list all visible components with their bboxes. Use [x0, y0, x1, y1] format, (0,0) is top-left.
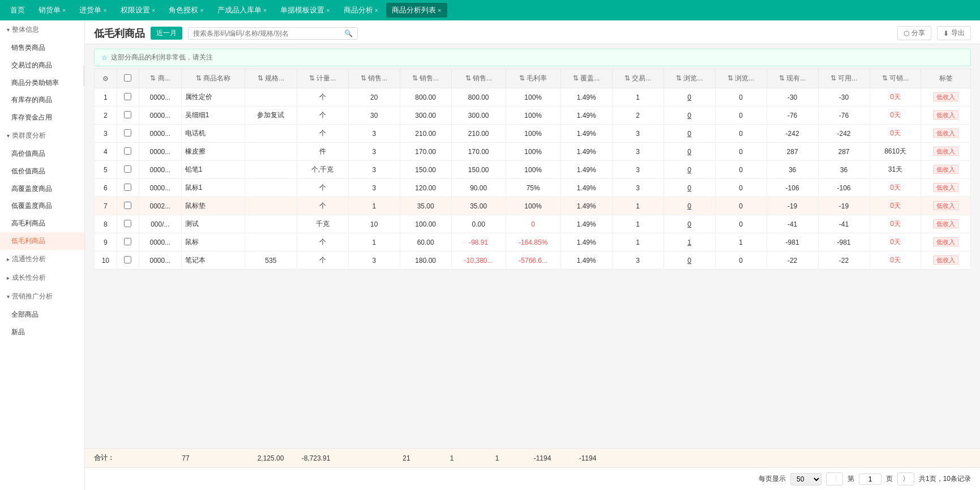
col-stock3[interactable]: ⇅ 可销...	[870, 69, 921, 88]
row-browse1[interactable]: 0	[664, 125, 715, 143]
row-browse1[interactable]: 0	[664, 88, 715, 106]
sidebar: ▾ 整体信息 销售类商品 交易过的商品 商品分类助销率 有库存的商品 库存资金占…	[0, 20, 85, 490]
row-browse1[interactable]: 0	[664, 161, 715, 179]
row-unit: 个	[297, 252, 348, 270]
sidebar-group-circulation[interactable]: ▸ 流通性分析	[0, 250, 84, 269]
row-browse1[interactable]: 0	[664, 215, 715, 233]
row-coverage: 1.49%	[560, 88, 612, 106]
col-sale1[interactable]: ⇅ 销售...	[348, 69, 400, 88]
sidebar-item-sales-goods[interactable]: 销售类商品	[0, 39, 84, 57]
sidebar-item-all-goods[interactable]: 全部商品	[0, 306, 84, 323]
sidebar-item-low-value[interactable]: 低价值商品	[0, 163, 84, 180]
row-checkbox[interactable]	[117, 88, 139, 106]
nav-purchase[interactable]: 进货单×	[74, 3, 112, 18]
sidebar-group-marketing[interactable]: ▾ 营销推广分析	[0, 287, 84, 306]
col-spec[interactable]: ⇅ 规格...	[245, 69, 297, 88]
row-tag: 低收入	[921, 143, 971, 161]
select-all-checkbox[interactable]	[124, 74, 131, 82]
row-browse1[interactable]: 0	[664, 197, 715, 215]
sidebar-item-category-rate[interactable]: 商品分类助销率	[0, 74, 84, 92]
col-tag[interactable]: 标签	[921, 69, 971, 88]
row-unit: 个	[297, 125, 348, 143]
sidebar-item-traded-goods[interactable]: 交易过的商品	[0, 57, 84, 74]
col-browse1[interactable]: ⇅ 浏览...	[664, 69, 715, 88]
row-sale3: 35.00	[451, 197, 506, 215]
share-button[interactable]: ⬡ 分享	[897, 26, 931, 40]
row-checkbox[interactable]	[117, 106, 139, 125]
col-stock2[interactable]: ⇅ 可用...	[818, 69, 870, 88]
sidebar-group-cluster[interactable]: ▾ 类群度分析	[0, 126, 84, 145]
col-stock1[interactable]: ⇅ 现有...	[767, 69, 818, 88]
row-select-checkbox[interactable]	[124, 184, 131, 191]
row-select-checkbox[interactable]	[124, 93, 131, 100]
nav-template[interactable]: 单据模板设置×	[275, 3, 335, 18]
row-checkbox[interactable]	[117, 233, 139, 252]
search-input[interactable]	[193, 29, 344, 37]
sidebar-item-high-margin[interactable]: 高毛利商品	[0, 215, 84, 232]
time-filter-button[interactable]: 近一月	[151, 27, 182, 40]
row-select-checkbox[interactable]	[124, 147, 131, 155]
row-select-checkbox[interactable]	[124, 256, 131, 263]
sidebar-item-high-coverage[interactable]: 高覆盖度商品	[0, 180, 84, 198]
sidebar-group-growth[interactable]: ▸ 成长性分析	[0, 269, 84, 287]
row-unit: 千克	[297, 215, 348, 233]
row-checkbox[interactable]	[117, 143, 139, 161]
row-checkbox[interactable]	[117, 252, 139, 270]
footer-sale3: -8,723.91	[293, 454, 339, 462]
row-select-checkbox[interactable]	[124, 165, 131, 173]
row-checkbox[interactable]	[117, 197, 139, 215]
col-sale2[interactable]: ⇅ 销售...	[400, 69, 451, 88]
page-number-input[interactable]	[859, 474, 881, 485]
col-sort-icon-11: ⇅	[676, 74, 682, 82]
col-settings[interactable]: ⚙	[95, 69, 117, 88]
settings-icon[interactable]: ⚙	[102, 75, 109, 83]
sidebar-item-new-goods[interactable]: 新品	[0, 323, 84, 341]
row-checkbox[interactable]	[117, 161, 139, 179]
col-coverage[interactable]: ⇅ 覆盖...	[560, 69, 612, 88]
nav-role[interactable]: 角色授权×	[163, 3, 209, 18]
sidebar-item-stock-capital[interactable]: 库存资金占用	[0, 109, 84, 126]
nav-sales[interactable]: 销货单×	[33, 3, 71, 18]
next-page-button[interactable]: 〉	[897, 472, 914, 485]
sidebar-item-in-stock[interactable]: 有库存的商品	[0, 91, 84, 109]
row-checkbox[interactable]	[117, 215, 139, 233]
col-trade[interactable]: ⇅ 交易...	[612, 69, 664, 88]
row-name: 笔记本	[181, 252, 245, 270]
row-browse1[interactable]: 0	[664, 252, 715, 270]
sidebar-group-overall[interactable]: ▾ 整体信息	[0, 20, 84, 39]
row-browse1[interactable]: 0	[664, 143, 715, 161]
export-button[interactable]: ⬇ 导出	[937, 26, 971, 40]
row-select-checkbox[interactable]	[124, 202, 131, 209]
row-checkbox[interactable]	[117, 125, 139, 143]
row-checkbox[interactable]	[117, 179, 139, 197]
col-checkbox[interactable]	[117, 69, 139, 88]
nav-product-entry[interactable]: 产成品入库单×	[212, 3, 272, 18]
col-gross[interactable]: ⇅ 毛利率	[506, 69, 560, 88]
col-unit[interactable]: ⇅ 计量...	[297, 69, 348, 88]
row-select-checkbox[interactable]	[124, 220, 131, 227]
row-browse1[interactable]: 0	[664, 179, 715, 197]
col-name[interactable]: ⇅ 商品名称	[181, 69, 245, 88]
col-browse2[interactable]: ⇅ 浏览...	[715, 69, 767, 88]
row-browse1[interactable]: 1	[664, 233, 715, 252]
prev-page-button[interactable]: 〈	[826, 472, 843, 485]
nav-product-analysis[interactable]: 商品分析×	[338, 3, 384, 18]
sidebar-item-high-value[interactable]: 高价值商品	[0, 145, 84, 163]
row-no: 7	[95, 197, 117, 215]
page-size-select[interactable]: 50 20 100	[790, 473, 821, 485]
col-code[interactable]: ⇅ 商...	[139, 69, 181, 88]
row-select-checkbox[interactable]	[124, 111, 131, 118]
nav-permission[interactable]: 权限设置×	[115, 3, 161, 18]
nav-product-analysis-list[interactable]: 商品分析列表×	[386, 3, 447, 18]
col-sale3[interactable]: ⇅ 销售...	[451, 69, 506, 88]
sidebar-item-low-margin[interactable]: 低毛利商品	[0, 232, 84, 250]
row-stock1: -30	[767, 88, 818, 106]
row-browse1[interactable]: 0	[664, 106, 715, 125]
search-icon[interactable]: 🔍	[344, 29, 353, 37]
sidebar-item-low-coverage[interactable]: 低覆盖度商品	[0, 197, 84, 215]
row-select-checkbox[interactable]	[124, 238, 131, 245]
sidebar-collapse-button[interactable]: «	[83, 66, 85, 86]
row-trade: 3	[612, 143, 664, 161]
nav-home[interactable]: 首页	[5, 3, 31, 18]
row-select-checkbox[interactable]	[124, 129, 131, 137]
